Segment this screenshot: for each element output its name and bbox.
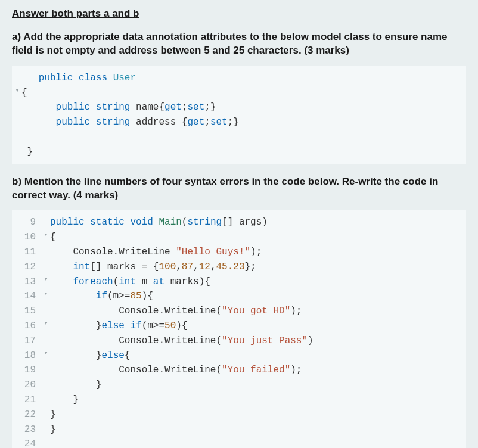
line-number: 12 [14,260,43,275]
line-number: 20 [14,378,43,393]
code-line: 22 } [14,407,464,422]
code-content: } [50,422,56,437]
line-number: 21 [14,393,43,407]
line-number: 11 [14,245,43,260]
code-line: 12 int[] marks = {100,87,12,45.23}; [14,260,464,275]
code-content: public class User [21,71,136,86]
code-content: public string name{get;set;} [21,100,216,115]
code-content: } [50,407,56,422]
line-number: 22 [14,407,43,422]
line-number: 15 [14,304,43,319]
code-content [21,130,27,145]
line-number: 9 [14,215,43,230]
fold-icon [14,71,21,86]
code-block-a: public class User▾{ public string name{g… [12,66,466,164]
fold-icon [43,437,50,448]
code-content: Console.WriteLine("You just Pass") [50,334,314,349]
fold-icon: ▾ [43,319,50,334]
code-line [14,130,464,145]
code-content: Console.WriteLine("You got HD"); [50,304,302,319]
code-line: 16▾ }else if(m>=50){ [14,319,464,334]
fold-icon [43,378,50,393]
code-line: 15 Console.WriteLine("You got HD"); [14,304,464,319]
code-content: if(m>=85){ [50,289,153,304]
code-line: 23 } [14,422,464,437]
code-line: 17 Console.WriteLine("You just Pass") [14,334,464,349]
fold-icon [14,100,21,115]
code-line: 18▾ }else{ [14,349,464,363]
code-line: 13▾ foreach(int m at marks){ [14,275,464,290]
fold-icon [14,145,21,160]
fold-icon: ▾ [43,275,50,290]
code-content: Console.WriteLine("You failed"); [50,363,302,378]
code-line: 11 Console.WriteLine "Hello Guys!"); [14,245,464,260]
fold-icon [43,215,50,230]
fold-icon [43,407,50,422]
fold-icon [43,334,50,349]
code-line: 24 [14,437,464,448]
fold-icon: ▾ [14,86,21,101]
code-line: public string name{get;set;} [14,100,464,115]
code-line: 20 } [14,378,464,393]
code-content: foreach(int m at marks){ [50,275,210,290]
line-number: 18 [14,349,43,363]
question-a: a) Add the appropriate data annotation a… [12,30,466,58]
code-content: int[] marks = {100,87,12,45.23}; [50,260,256,275]
fold-icon: ▾ [43,289,50,304]
line-number: 23 [14,422,43,437]
code-line: public string address {get;set;} [14,115,464,130]
code-line: public class User [14,71,464,86]
fold-icon [43,304,50,319]
line-number: 24 [14,437,43,448]
fold-icon: ▾ [43,349,50,363]
fold-icon [43,363,50,378]
fold-icon [14,130,21,145]
code-line: 21 } [14,393,464,407]
code-line: 10▾{ [14,230,464,245]
code-line: 14▾ if(m>=85){ [14,289,464,304]
code-content: { [21,86,27,101]
code-content: Console.WriteLine "Hello Guys!"); [50,245,262,260]
line-number: 14 [14,289,43,304]
code-content: public static void Main(string[] args) [50,215,268,230]
fold-icon [43,245,50,260]
code-line: 9 public static void Main(string[] args) [14,215,464,230]
fold-icon [43,393,50,407]
code-content: } [50,378,101,393]
question-b: b) Mention the line numbers of four synt… [12,175,466,203]
code-content: } [21,145,33,160]
fold-icon [43,260,50,275]
code-line: ▾{ [14,86,464,101]
line-number: 17 [14,334,43,349]
fold-icon [14,115,21,130]
fold-icon: ▾ [43,230,50,245]
code-content: public string address {get;set;} [21,115,239,130]
code-block-b: 9 public static void Main(string[] args)… [12,210,466,448]
code-line: } [14,145,464,160]
code-content: } [50,393,79,407]
code-line: 19 Console.WriteLine("You failed"); [14,363,464,378]
line-number: 19 [14,363,43,378]
line-number: 13 [14,275,43,290]
fold-icon [43,422,50,437]
line-number: 16 [14,319,43,334]
code-content: { [50,230,56,245]
code-content: }else{ [50,349,130,363]
instruction-heading: Answer both parts a and b [12,7,466,21]
code-content: }else if(m>=50){ [50,319,187,334]
line-number: 10 [14,230,43,245]
